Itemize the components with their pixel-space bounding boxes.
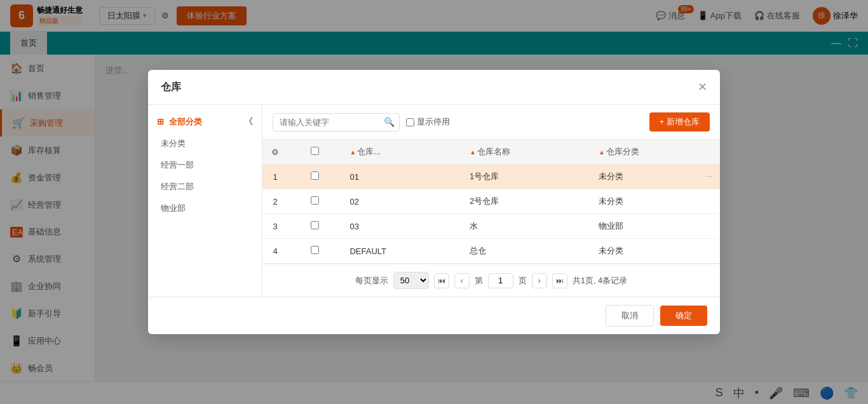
row-checkbox-cell (288, 214, 342, 239)
row-actions[interactable]: ··· (705, 171, 712, 180)
row-checkbox-cell (288, 239, 342, 264)
row-code: 01 (342, 165, 461, 189)
sort-icon2: ▲ (470, 149, 476, 156)
table-row[interactable]: 3 03 水 物业部 (262, 214, 720, 239)
row-num: 1 (262, 165, 288, 189)
modal-overlay: 仓库 ✕ ⊞ 全部分类 《 未分类 经营一部 经营二部 物业部 (0, 0, 868, 404)
col-category-header: ▲仓库分类 (591, 140, 720, 165)
row-category: 未分类 ··· (591, 165, 720, 189)
category-panel: ⊞ 全部分类 《 未分类 经营一部 经营二部 物业部 (148, 105, 262, 297)
table-row[interactable]: 1 01 1号仓库 未分类 ··· (262, 165, 720, 189)
data-table: ⚙ ▲仓库... ▲仓库名称 (262, 140, 720, 264)
category-item-ops1[interactable]: 经营一部 (148, 154, 262, 176)
row-category: 物业部 (591, 214, 720, 239)
row-checkbox[interactable] (311, 246, 319, 254)
row-checkbox[interactable] (311, 221, 319, 229)
modal-body: ⊞ 全部分类 《 未分类 经营一部 经营二部 物业部 🔍 (148, 105, 720, 297)
prev-page-btn[interactable]: ‹ (454, 273, 470, 288)
category-item-unclassified[interactable]: 未分类 (148, 133, 262, 154)
row-checkbox[interactable] (311, 172, 319, 180)
last-page-btn[interactable]: ⏭ (552, 273, 567, 288)
modal-footer: 取消 确定 (148, 297, 720, 334)
modal-title: 仓库 (161, 81, 181, 94)
page-label: 第 (475, 275, 483, 286)
grid-icon: ⊞ (157, 117, 166, 126)
table-row[interactable]: 2 02 2号仓库 未分类 (262, 189, 720, 214)
first-page-btn[interactable]: ⏮ (434, 273, 449, 288)
row-category: 未分类 (591, 239, 720, 264)
select-all-checkbox[interactable] (311, 147, 319, 155)
page-input[interactable] (488, 273, 513, 288)
row-checkbox-cell (288, 165, 342, 189)
search-input[interactable] (273, 113, 400, 131)
per-page-select[interactable]: 50 10 20 100 (393, 272, 429, 289)
row-checkbox-cell (288, 189, 342, 214)
row-code: 03 (342, 214, 461, 239)
row-code: DEFAULT (342, 239, 461, 264)
page-suffix: 页 (519, 275, 527, 286)
row-name: 水 (462, 214, 591, 239)
collapse-icon[interactable]: 《 (244, 116, 253, 128)
category-item-property[interactable]: 物业部 (148, 198, 262, 219)
row-num: 4 (262, 239, 288, 264)
row-name: 总仓 (462, 239, 591, 264)
search-icon[interactable]: 🔍 (384, 117, 395, 127)
col-name-header: ▲仓库名称 (462, 140, 591, 165)
confirm-button[interactable]: 确定 (660, 306, 707, 326)
modal-header: 仓库 ✕ (148, 70, 720, 105)
total-text: 共1页, 4条记录 (573, 275, 628, 286)
show-disabled-checkbox[interactable] (406, 118, 414, 126)
show-disabled-label[interactable]: 显示停用 (406, 116, 450, 128)
warehouse-modal: 仓库 ✕ ⊞ 全部分类 《 未分类 经营一部 经营二部 物业部 (148, 70, 720, 334)
cancel-button[interactable]: 取消 (606, 305, 654, 327)
table-toolbar: 🔍 显示停用 + 新增仓库 (262, 105, 720, 140)
table-row[interactable]: 4 DEFAULT 总仓 未分类 (262, 239, 720, 264)
category-all[interactable]: ⊞ 全部分类 《 (148, 111, 262, 133)
sort-icon: ▲ (349, 149, 356, 156)
row-num: 2 (262, 189, 288, 214)
per-page-label: 每页显示 (355, 275, 388, 286)
row-num: 3 (262, 214, 288, 239)
search-wrapper: 🔍 (273, 113, 400, 131)
category-item-ops2[interactable]: 经营二部 (148, 176, 262, 198)
col-gear: ⚙ (262, 140, 288, 165)
close-icon[interactable]: ✕ (698, 80, 707, 94)
row-name: 1号仓库 (462, 165, 591, 189)
gear-icon[interactable]: ⚙ (271, 147, 279, 157)
add-warehouse-button[interactable]: + 新增仓库 (649, 112, 710, 131)
next-page-btn[interactable]: › (532, 273, 547, 288)
table-panel: 🔍 显示停用 + 新增仓库 ⚙ (262, 105, 720, 297)
sort-icon3: ▲ (599, 149, 605, 156)
row-checkbox[interactable] (311, 196, 319, 205)
pagination: 每页显示 50 10 20 100 ⏮ ‹ 第 页 › ⏭ 共1页, 4条记录 (262, 264, 720, 297)
row-name: 2号仓库 (462, 189, 591, 214)
row-code: 02 (342, 189, 461, 214)
col-code-header: ▲仓库... (342, 140, 461, 165)
row-category: 未分类 (591, 189, 720, 214)
col-checkbox (288, 140, 342, 165)
